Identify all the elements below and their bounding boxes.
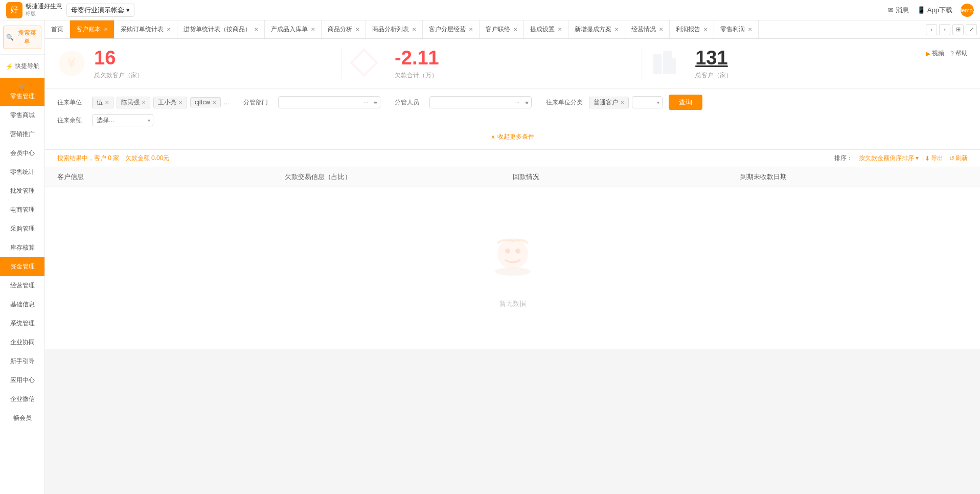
main-layout: 🔍 搜索菜单 ⚡ 快捷导航 🛒 零售管理 零售商城 营销推广 会员中心 零售统计: [0, 20, 980, 494]
tab-close-inbound[interactable]: ✕: [254, 27, 258, 32]
quick-nav-item[interactable]: ⚡ 快捷导航: [0, 58, 44, 75]
tab-customer-segment[interactable]: 客户分层经营 ✕: [423, 20, 480, 39]
manager-filter-label: 分管人员: [395, 98, 423, 107]
tab-close-reminder[interactable]: ✕: [558, 27, 562, 32]
sidebar-item-vip-member[interactable]: 畅会员: [0, 409, 44, 428]
svg-text:¥: ¥: [67, 55, 76, 71]
tab-production-inbound[interactable]: 产成品入库单 ✕: [265, 20, 322, 39]
filter-section: 往来单位 伍 ✕ 陈民强 ✕ 王小亮 ✕: [45, 88, 980, 150]
tab-close-analysis-list[interactable]: ✕: [412, 27, 416, 32]
avatar[interactable]: demo2: [961, 4, 974, 17]
search-menu-btn[interactable]: 🔍 搜索菜单: [3, 26, 41, 49]
sidebar-item-marketing[interactable]: 营销推广: [0, 125, 44, 144]
tag-close-chen[interactable]: ✕: [142, 100, 146, 105]
tab-fullscreen-btn[interactable]: ⤢: [966, 24, 977, 35]
stat2-wrapper: -2.11 欠款合计（万）: [341, 47, 642, 80]
tab-close-purchase[interactable]: ✕: [167, 27, 171, 32]
unit-type-tag-close[interactable]: ✕: [620, 100, 624, 105]
tab-close-new-reminder[interactable]: ✕: [614, 27, 619, 32]
tab-prev-btn[interactable]: ‹: [926, 24, 937, 35]
tab-purchase-order-stats[interactable]: 采购订单统计表 ✕: [115, 20, 177, 39]
unit-type-select[interactable]: [632, 96, 663, 108]
svg-rect-5: [668, 58, 676, 74]
svg-rect-3: [653, 54, 662, 74]
svg-marker-2: [351, 50, 377, 75]
tab-close-production[interactable]: ✕: [311, 27, 315, 32]
tab-profit-report[interactable]: 利润报告 ✕: [670, 20, 714, 39]
tab-product-analysis-list[interactable]: 商品分析列表 ✕: [366, 20, 423, 39]
stat1-label: 总欠款客户（家）: [94, 71, 143, 80]
stat2-value: -2.11: [395, 47, 439, 69]
tab-actions: ‹ › ⊞ ⤢: [923, 24, 980, 35]
unit-type-label: 往来单位分类: [546, 98, 583, 107]
logo-sub: 标版: [26, 10, 62, 17]
filter-tag-wang: 王小亮 ✕: [153, 97, 187, 108]
sidebar-item-ecommerce[interactable]: 电商管理: [0, 200, 44, 219]
tab-customer-contact[interactable]: 客户联络 ✕: [480, 20, 524, 39]
sidebar-item-retail-mgmt[interactable]: 🛒 零售管理: [0, 78, 44, 106]
result-amount: 0.00元: [151, 154, 169, 162]
tab-home[interactable]: 首页: [45, 20, 70, 39]
tab-new-reminder[interactable]: 新增提成方案 ✕: [568, 20, 625, 39]
query-button[interactable]: 查询: [669, 95, 702, 110]
table-header: 客户信息 欠款交易信息（占比） 回款情况 到期未收款日期: [45, 167, 980, 187]
unit-type-select-wrapper: [632, 96, 663, 108]
balance-select[interactable]: 选择...: [92, 114, 153, 126]
tab-close-ops[interactable]: ✕: [659, 27, 663, 32]
tab-close-segment[interactable]: ✕: [469, 27, 473, 32]
stats-section: ¥ 16 总欠款客户（家） -2.11 欠款合计（万）: [45, 39, 980, 88]
sidebar-item-basic-info[interactable]: 基础信息: [0, 295, 44, 314]
messages-btn[interactable]: ✉ 消息: [888, 6, 909, 15]
sidebar-item-sys-mgmt[interactable]: 系统管理: [0, 314, 44, 333]
tab-close-contact[interactable]: ✕: [513, 27, 517, 32]
tab-close-profit[interactable]: ✕: [703, 27, 708, 32]
sidebar-item-retail-mall[interactable]: 零售商城: [0, 106, 44, 125]
manager-input[interactable]: [429, 96, 532, 108]
sidebar-item-wholesale-mgmt[interactable]: 批发管理: [0, 182, 44, 200]
tab-expand-btn[interactable]: ⊞: [952, 24, 964, 35]
refresh-btn[interactable]: ↺ 刷新: [949, 154, 968, 163]
tab-close-customer-book[interactable]: ✕: [104, 27, 108, 32]
tag-close-cjttcw[interactable]: ✕: [212, 100, 216, 105]
export-btn[interactable]: ⬇ 导出: [925, 154, 943, 163]
tab-product-analysis[interactable]: 商品分析 ✕: [322, 20, 366, 39]
sidebar-item-purchase-mgmt[interactable]: 采购管理: [0, 219, 44, 238]
tab-inbound-stats[interactable]: 进货单统计表（按商品） ✕: [177, 20, 265, 39]
sidebar-item-enterprise-wx[interactable]: 企业微信: [0, 390, 44, 409]
table-section: 客户信息 欠款交易信息（占比） 回款情况 到期未收款日期: [45, 167, 980, 349]
tab-ops-situation[interactable]: 经营情况 ✕: [625, 20, 670, 39]
tag-close-wu[interactable]: ✕: [105, 100, 109, 105]
sidebar-item-enterprise-coop[interactable]: 企业协同: [0, 333, 44, 352]
sort-selector[interactable]: 按欠款金额倒序排序 ▾: [859, 154, 919, 163]
stat3-wrapper: 131 总客户（家）: [642, 47, 926, 80]
sidebar-item-ops-mgmt[interactable]: 经营管理: [0, 276, 44, 295]
sidebar-item-inventory[interactable]: 库存核算: [0, 238, 44, 257]
logo-text: 畅捷通好生意: [26, 3, 62, 10]
sidebar-item-capital-mgmt[interactable]: 资金管理: [0, 257, 44, 276]
tab-customer-book[interactable]: 客户账本 ✕: [70, 20, 115, 39]
sidebar-item-retail-stats[interactable]: 零售统计: [0, 163, 44, 182]
app-download-btn[interactable]: 📱 App下载: [917, 6, 952, 15]
sidebar-item-member-center[interactable]: 会员中心: [0, 144, 44, 163]
video-btn[interactable]: ▶ 视频: [926, 49, 944, 58]
tag-close-wang[interactable]: ✕: [178, 100, 183, 105]
collapse-btn[interactable]: ∧ 收起更多条件: [491, 130, 534, 143]
org-selector[interactable]: 母婴行业演示帐套 ▾: [66, 4, 134, 17]
message-icon: ✉: [888, 6, 894, 14]
tab-next-btn[interactable]: ›: [939, 24, 950, 35]
filter-more-btn[interactable]: ...: [224, 99, 229, 106]
sidebar-item-new-guide[interactable]: 新手引导: [0, 352, 44, 371]
empty-text: 暂无数据: [499, 299, 526, 308]
tab-close-retail-profit[interactable]: ✕: [748, 27, 752, 32]
content-area: 首页 客户账本 ✕ 采购订单统计表 ✕ 进货单统计表（按商品） ✕ 产成品入库单…: [45, 20, 980, 494]
sidebar-item-app-center[interactable]: 应用中心: [0, 371, 44, 390]
tab-close-analysis[interactable]: ✕: [355, 27, 359, 32]
tab-reminder-settings[interactable]: 提成设置 ✕: [524, 20, 568, 39]
col-repayment: 回款情况: [513, 172, 740, 182]
tab-bar-inner: 首页 客户账本 ✕ 采购订单统计表 ✕ 进货单统计表（按商品） ✕ 产成品入库单…: [45, 20, 923, 39]
dept-filter-label: 分管部门: [243, 98, 272, 107]
help-btn[interactable]: ? 帮助: [950, 49, 968, 58]
play-icon: ▶: [926, 50, 930, 57]
dept-input[interactable]: [278, 96, 380, 108]
tab-retail-profit[interactable]: 零售利润 ✕: [714, 20, 759, 39]
